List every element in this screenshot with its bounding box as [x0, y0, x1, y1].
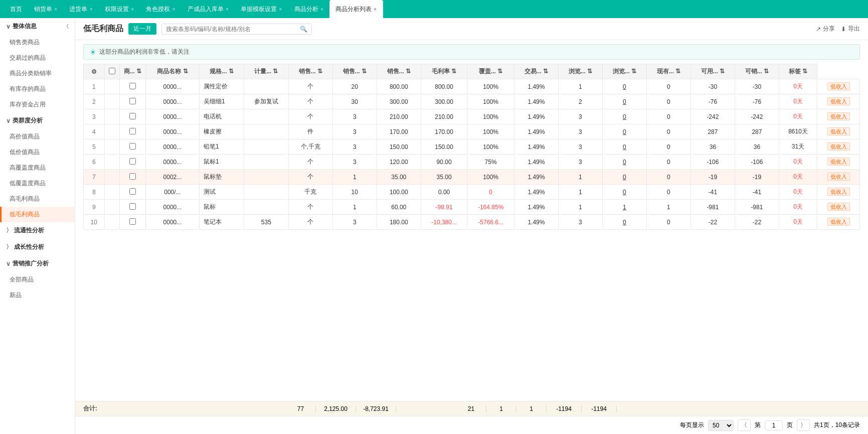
cell-view1-3[interactable]: 0	[602, 124, 646, 139]
sidebar-section-circulation[interactable]: 〉 流通性分析	[0, 222, 75, 239]
sidebar-section-overall[interactable]: ∨ 整体信息 《	[0, 18, 75, 35]
cell-checkbox-6[interactable]	[119, 170, 145, 185]
nav-item-sales[interactable]: 销货单 ×	[28, 0, 63, 18]
col-sales-qty[interactable]: 销售... ⇅	[288, 64, 332, 79]
col-view2[interactable]: 浏览... ⇅	[602, 64, 646, 79]
cell-checkbox-3[interactable]	[119, 124, 145, 139]
view1-link-0[interactable]: 0	[623, 83, 626, 90]
cell-checkbox-9[interactable]	[119, 215, 145, 230]
row-checkbox-4[interactable]	[129, 143, 136, 150]
sidebar-section-cluster[interactable]: ∨ 类群度分析	[0, 112, 75, 129]
period-button[interactable]: 近一月	[128, 23, 156, 35]
cell-view1-7[interactable]: 0	[602, 185, 646, 200]
nav-close-role[interactable]: ×	[172, 6, 175, 12]
col-saleable[interactable]: 可销... ⇅	[735, 64, 779, 79]
cell-view1-0[interactable]: 0	[602, 79, 646, 94]
col-trade-count[interactable]: 交易... ⇅	[514, 64, 558, 79]
col-view1[interactable]: 浏览... ⇅	[558, 64, 602, 79]
cell-checkbox-5[interactable]	[119, 155, 145, 170]
col-spec[interactable]: 规格... ⇅	[200, 64, 244, 79]
view1-link-4[interactable]: 0	[623, 143, 626, 151]
nav-item-role[interactable]: 角色授权 ×	[140, 0, 181, 18]
view1-link-6[interactable]: 0	[623, 174, 626, 181]
nav-close-product[interactable]: ×	[226, 6, 229, 12]
sidebar-section-marketing[interactable]: ∨ 营销推广分析	[0, 255, 75, 272]
row-checkbox-6[interactable]	[129, 173, 136, 180]
nav-close-permissions[interactable]: ×	[131, 6, 134, 12]
view1-link-3[interactable]: 0	[623, 128, 626, 135]
nav-close-analysis-list[interactable]: ×	[374, 6, 377, 12]
sidebar-item-high-coverage[interactable]: 高覆盖度商品	[0, 160, 75, 176]
cell-view1-6[interactable]: 0	[602, 170, 646, 185]
cell-checkbox-1[interactable]	[119, 94, 145, 109]
sidebar-item-all-goods[interactable]: 全部商品	[0, 272, 75, 287]
cell-checkbox-7[interactable]	[119, 185, 145, 200]
cell-view1-8[interactable]: 1	[602, 200, 646, 215]
sidebar-item-sales-goods[interactable]: 销售类商品	[0, 35, 75, 50]
cell-view1-4[interactable]: 0	[602, 139, 646, 155]
col-checkbox-all[interactable]	[104, 64, 119, 79]
cell-view1-9[interactable]: 0	[602, 215, 646, 230]
sidebar-item-stock-capital[interactable]: 库存资金占用	[0, 97, 75, 112]
row-checkbox-0[interactable]	[129, 83, 136, 89]
col-unit[interactable]: 计量... ⇅	[244, 64, 288, 79]
search-input[interactable]	[166, 26, 300, 33]
view1-link-7[interactable]: 0	[623, 189, 626, 196]
col-sales-price[interactable]: 销售... ⇅	[332, 64, 377, 79]
sidebar-item-traded-goods[interactable]: 交易过的商品	[0, 50, 75, 66]
col-current-stock[interactable]: 现有... ⇅	[646, 64, 690, 79]
cell-view1-1[interactable]: 0	[602, 94, 646, 109]
cell-checkbox-8[interactable]	[119, 200, 145, 215]
nav-item-analysis-list[interactable]: 商品分析列表 ×	[329, 0, 383, 18]
row-checkbox-7[interactable]	[129, 188, 136, 195]
row-checkbox-2[interactable]	[129, 113, 136, 119]
row-checkbox-8[interactable]	[129, 203, 136, 210]
row-checkbox-5[interactable]	[129, 158, 136, 165]
nav-item-purchase[interactable]: 进货单 ×	[63, 0, 98, 18]
row-checkbox-9[interactable]	[129, 218, 136, 225]
row-checkbox-1[interactable]	[129, 98, 136, 104]
view1-link-8[interactable]: 1	[623, 204, 626, 211]
nav-item-home[interactable]: 首页	[4, 0, 28, 18]
sidebar-item-high-value[interactable]: 高价值商品	[0, 129, 75, 144]
export-button[interactable]: ⬇ 导出	[841, 25, 860, 33]
next-page-button[interactable]: 〉	[797, 419, 810, 431]
search-icon[interactable]: 🔍	[300, 26, 307, 33]
nav-item-product[interactable]: 产成品入库单 ×	[182, 0, 235, 18]
prev-page-button[interactable]: 〈	[738, 419, 751, 431]
col-name[interactable]: 商品名称 ⇅	[145, 64, 199, 79]
nav-item-permissions[interactable]: 权限设置 ×	[99, 0, 140, 18]
col-tag[interactable]: 标签 ⇅	[779, 64, 817, 79]
share-button[interactable]: ↗ 分享	[816, 25, 835, 33]
view1-link-5[interactable]: 0	[623, 159, 626, 166]
nav-close-template[interactable]: ×	[279, 6, 282, 12]
sidebar-item-low-value[interactable]: 低价值商品	[0, 144, 75, 160]
sidebar-item-in-stock[interactable]: 有库存的商品	[0, 81, 75, 97]
select-all-checkbox[interactable]	[109, 68, 115, 74]
collapse-btn[interactable]: 《	[64, 23, 69, 30]
cell-checkbox-2[interactable]	[119, 109, 145, 124]
sidebar-item-high-margin[interactable]: 高毛利商品	[0, 191, 75, 207]
col-code[interactable]: 商... ⇅	[119, 64, 145, 79]
view1-link-9[interactable]: 0	[623, 219, 626, 226]
nav-close-sales[interactable]: ×	[54, 6, 57, 12]
view1-link-1[interactable]: 0	[623, 98, 626, 105]
view1-link-2[interactable]: 0	[623, 113, 626, 120]
col-cover-rate[interactable]: 覆盖... ⇅	[467, 64, 514, 79]
table-container[interactable]: ⚙ 商... ⇅ 商品名称 ⇅ 规格... ⇅ 计量... ⇅ 销售... ⇅ …	[75, 64, 868, 401]
col-sales-profit[interactable]: 销售... ⇅	[377, 64, 421, 79]
nav-close-analysis[interactable]: ×	[320, 6, 323, 12]
col-available[interactable]: 可用... ⇅	[690, 64, 735, 79]
col-gross-rate[interactable]: 毛利率 ⇅	[421, 64, 467, 79]
sidebar-item-new-goods[interactable]: 新品	[0, 287, 75, 303]
sidebar-item-low-coverage[interactable]: 低覆盖度商品	[0, 176, 75, 191]
nav-item-template[interactable]: 单据模板设置 ×	[235, 0, 288, 18]
cell-checkbox-4[interactable]	[119, 139, 145, 155]
sidebar-item-category-rate[interactable]: 商品分类助销率	[0, 66, 75, 81]
sidebar-section-growth[interactable]: 〉 成长性分析	[0, 239, 75, 255]
nav-item-analysis[interactable]: 商品分析 ×	[288, 0, 329, 18]
cell-checkbox-0[interactable]	[119, 79, 145, 94]
cell-view1-2[interactable]: 0	[602, 109, 646, 124]
nav-close-purchase[interactable]: ×	[89, 6, 92, 12]
cell-view1-5[interactable]: 0	[602, 155, 646, 170]
